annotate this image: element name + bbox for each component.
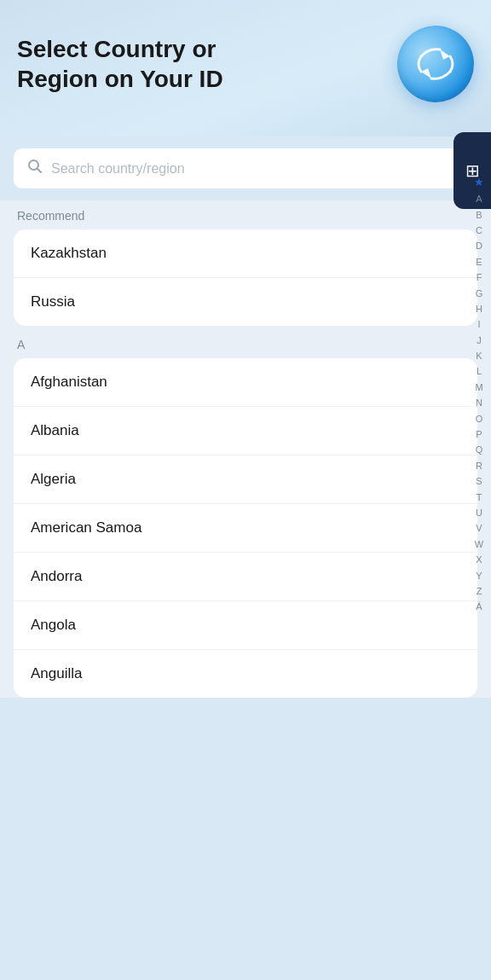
recommended-list: Kazakhstan Russia (14, 229, 477, 326)
alpha-index-m[interactable]: M (471, 380, 486, 395)
alpha-index-star[interactable]: ★ (471, 174, 488, 191)
search-icon (27, 159, 43, 178)
alpha-index-d[interactable]: D (472, 239, 486, 253)
list-item[interactable]: Albania (14, 407, 477, 455)
alpha-index-f[interactable]: F (473, 270, 486, 285)
list-item[interactable]: American Samoa (14, 504, 477, 553)
alpha-index-a-accent[interactable]: Á (472, 600, 485, 614)
globe-icon (397, 26, 474, 102)
alpha-index-w[interactable]: W (471, 537, 487, 552)
alpha-index-t[interactable]: T (473, 490, 486, 505)
alpha-section-label: A (0, 329, 491, 358)
search-input[interactable] (51, 161, 464, 177)
alpha-index-h[interactable]: H (472, 302, 486, 316)
alpha-index-x[interactable]: X (472, 553, 485, 567)
alpha-index-o[interactable]: O (472, 412, 487, 426)
list-item[interactable]: Angola (14, 601, 477, 650)
search-bar (14, 148, 477, 188)
alpha-index-c[interactable]: C (472, 223, 486, 238)
search-container (0, 136, 491, 200)
alpha-index-a[interactable]: A (472, 192, 485, 206)
list-item[interactable]: Kazakhstan (14, 229, 477, 278)
alpha-index-p[interactable]: P (472, 427, 485, 442)
alpha-index-q[interactable]: Q (472, 443, 487, 457)
alpha-index-u[interactable]: U (472, 506, 486, 520)
alpha-index-i[interactable]: I (474, 317, 483, 332)
alpha-index-g[interactable]: G (472, 287, 487, 301)
alpha-index-y[interactable]: Y (472, 569, 485, 583)
globe-arrows-svg (413, 41, 459, 87)
alpha-index-s[interactable]: S (472, 474, 485, 489)
page-title: Select Country or Region on Your ID (17, 34, 290, 94)
alpha-index-b[interactable]: B (472, 208, 485, 223)
alpha-index-e[interactable]: E (472, 255, 485, 270)
alpha-index-r[interactable]: R (472, 459, 486, 473)
alpha-index-j[interactable]: J (473, 333, 485, 348)
list-item[interactable]: Anguilla (14, 650, 477, 698)
main-content: Recommend Kazakhstan Russia A Afghanista… (0, 200, 491, 698)
list-item[interactable]: Andorra (14, 553, 477, 601)
alpha-index-k[interactable]: K (472, 349, 485, 363)
list-item[interactable]: Afghanistan (14, 358, 477, 407)
alpha-index-z[interactable]: Z (473, 584, 486, 599)
list-item[interactable]: Russia (14, 278, 477, 326)
recommend-section-label: Recommend (0, 200, 491, 229)
alpha-index-v[interactable]: V (472, 521, 485, 536)
list-item[interactable]: Algeria (14, 455, 477, 504)
alphabet-index: ★ A B C D E F G H I J K L M N O P Q R S … (467, 171, 491, 618)
header: Select Country or Region on Your ID (0, 0, 491, 136)
alpha-index-n[interactable]: N (472, 396, 486, 410)
alpha-a-list: Afghanistan Albania Algeria American Sam… (14, 358, 477, 698)
alpha-index-l[interactable]: L (473, 364, 485, 379)
